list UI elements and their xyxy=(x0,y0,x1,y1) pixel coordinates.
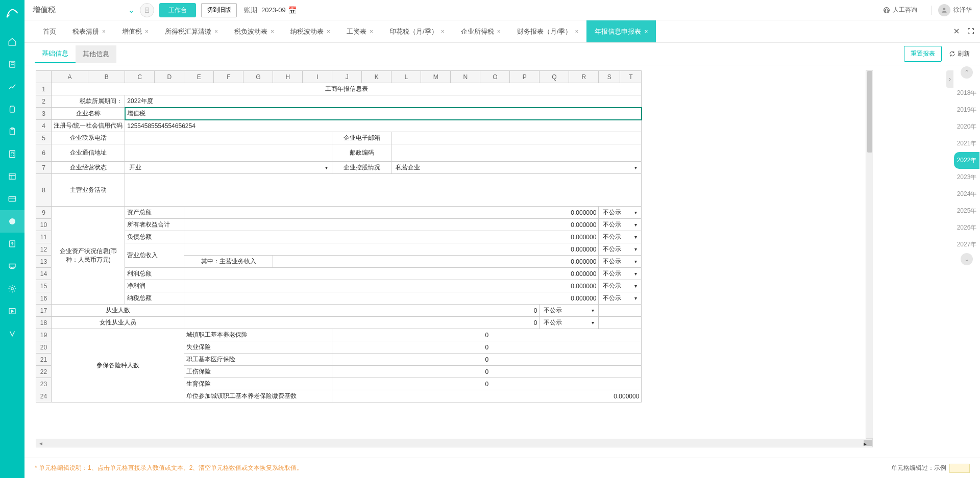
cell[interactable]: 所有者权益合计 xyxy=(125,219,184,231)
cell[interactable]: 不公示▾ xyxy=(599,231,642,243)
year-item[interactable]: 2027年 xyxy=(954,236,980,253)
nav-wallet-icon[interactable] xyxy=(0,188,24,210)
cell[interactable]: 不公示▾ xyxy=(599,292,642,305)
col-hdr[interactable]: B xyxy=(88,71,125,83)
nav-funds-icon[interactable] xyxy=(0,98,24,120)
close-icon[interactable]: × xyxy=(441,28,445,35)
tab-item[interactable]: 税表清册× xyxy=(64,20,114,42)
row-header[interactable]: 1 xyxy=(36,83,52,95)
user-menu[interactable]: 徐泽华 xyxy=(938,4,972,16)
fullscreen-icon[interactable] xyxy=(967,27,975,37)
row-header[interactable]: 12 xyxy=(36,243,52,256)
cell[interactable]: 工商年报信息表 xyxy=(52,83,642,95)
col-hdr[interactable]: H xyxy=(273,71,303,83)
cell[interactable]: 不公示▾ xyxy=(599,207,642,219)
cell[interactable]: 负债总额 xyxy=(125,231,184,243)
cell[interactable]: 0 xyxy=(332,378,642,390)
nav-analytics-icon[interactable] xyxy=(0,76,24,98)
col-hdr[interactable]: F xyxy=(214,71,243,83)
row-header[interactable]: 13 xyxy=(36,256,52,268)
col-hdr[interactable]: S xyxy=(599,71,620,83)
col-hdr[interactable]: C xyxy=(125,71,155,83)
dropdown[interactable]: 不公示▾ xyxy=(601,282,639,290)
dropdown[interactable]: 不公示▾ xyxy=(601,208,639,217)
cell[interactable]: 私营企业▾ xyxy=(391,162,642,174)
year-rail-collapse-icon[interactable]: › xyxy=(946,70,953,88)
workspace-button[interactable]: 工作台 xyxy=(159,3,196,17)
cell[interactable] xyxy=(391,144,642,162)
cell[interactable]: 企业控股情况 xyxy=(332,162,391,174)
col-hdr[interactable]: D xyxy=(155,71,184,83)
row-header[interactable]: 16 xyxy=(36,292,52,305)
cell[interactable]: 12554585554554656254 xyxy=(125,120,642,132)
row-header[interactable]: 15 xyxy=(36,280,52,292)
col-hdr[interactable]: E xyxy=(184,71,214,83)
row-header[interactable]: 10 xyxy=(36,219,52,231)
cell[interactable]: 参保各险种人数 xyxy=(52,329,184,402)
cell[interactable]: 不公示▾ xyxy=(599,219,642,231)
nav-home-icon[interactable] xyxy=(0,31,24,53)
row-header[interactable]: 19 xyxy=(36,329,52,341)
cell[interactable]: 企业名称 xyxy=(52,108,125,120)
dropdown[interactable]: 不公示▾ xyxy=(601,245,639,254)
cell[interactable]: 0 xyxy=(332,354,642,366)
cell[interactable]: 0.000000 xyxy=(184,207,599,219)
dropdown[interactable]: 不公示▾ xyxy=(542,306,596,315)
cell[interactable]: 2022年度 xyxy=(125,95,642,108)
cell[interactable]: 职工基本医疗保险 xyxy=(184,354,332,366)
scroll-thumb[interactable] xyxy=(867,71,872,153)
close-icon[interactable]: × xyxy=(644,28,648,35)
cell[interactable]: 单位参加城镇职工基本养老保险缴费基数 xyxy=(184,390,332,402)
close-icon[interactable]: × xyxy=(497,28,501,35)
cell[interactable]: 0 xyxy=(332,329,642,341)
dropdown[interactable]: 不公示▾ xyxy=(601,220,639,229)
refresh-button[interactable]: 刷新 xyxy=(949,49,970,58)
close-all-tabs-icon[interactable] xyxy=(952,27,961,37)
nav-clipboard-icon[interactable] xyxy=(0,120,24,143)
year-item[interactable]: 2022年 xyxy=(954,152,980,169)
close-icon[interactable]: × xyxy=(145,28,149,35)
col-hdr[interactable]: K xyxy=(362,71,391,83)
cell[interactable]: 不公示▾ xyxy=(540,317,599,329)
row-header[interactable]: 2 xyxy=(36,95,52,108)
cell[interactable]: 0.000000 xyxy=(332,390,642,402)
dropdown[interactable]: 不公示▾ xyxy=(601,269,639,278)
row-header[interactable]: 3 xyxy=(36,108,52,120)
tab-item[interactable]: 纳税波动表× xyxy=(282,20,338,42)
cell[interactable]: 0 xyxy=(332,366,642,378)
year-item[interactable]: 2019年 xyxy=(954,102,980,118)
col-hdr[interactable]: N xyxy=(451,71,480,83)
nav-settings-icon[interactable] xyxy=(0,278,24,300)
close-icon[interactable]: × xyxy=(575,28,578,35)
cell[interactable]: 净利润 xyxy=(125,280,184,292)
cell[interactable]: 0.000000 xyxy=(184,292,599,305)
calendar-icon[interactable]: 📅 xyxy=(288,6,297,14)
col-hdr[interactable]: I xyxy=(303,71,332,83)
horizontal-scrollbar[interactable]: ◂ ▸ xyxy=(36,439,873,447)
year-item[interactable]: 2026年 xyxy=(954,219,980,236)
cell[interactable] xyxy=(125,132,332,144)
col-hdr[interactable]: G xyxy=(243,71,273,83)
close-icon[interactable]: × xyxy=(370,28,373,35)
col-hdr[interactable]: P xyxy=(510,71,540,83)
row-header[interactable]: 11 xyxy=(36,231,52,243)
nav-ledger-icon[interactable] xyxy=(0,53,24,76)
col-hdr[interactable]: L xyxy=(391,71,421,83)
cell[interactable]: 开业▾ xyxy=(125,162,332,174)
year-item[interactable]: 2018年 xyxy=(954,85,980,102)
vertical-scrollbar[interactable] xyxy=(866,70,873,439)
row-header[interactable]: 14 xyxy=(36,268,52,280)
cell[interactable]: 主营业务活动 xyxy=(52,174,125,207)
nav-video-icon[interactable] xyxy=(0,300,24,322)
cell[interactable]: 企业电子邮箱 xyxy=(332,132,391,144)
cell[interactable]: 0 xyxy=(332,341,642,354)
nav-v-icon[interactable] xyxy=(0,322,24,345)
doc-circle-button[interactable] xyxy=(140,3,154,17)
dropdown[interactable]: 不公示▾ xyxy=(542,318,596,327)
col-hdr[interactable]: T xyxy=(620,71,642,83)
cell[interactable]: 企业通信地址 xyxy=(52,144,125,162)
col-hdr[interactable]: M xyxy=(421,71,451,83)
year-item[interactable]: 2021年 xyxy=(954,135,980,152)
cell[interactable]: 从业人数 xyxy=(52,305,184,317)
row-header[interactable]: 18 xyxy=(36,317,52,329)
